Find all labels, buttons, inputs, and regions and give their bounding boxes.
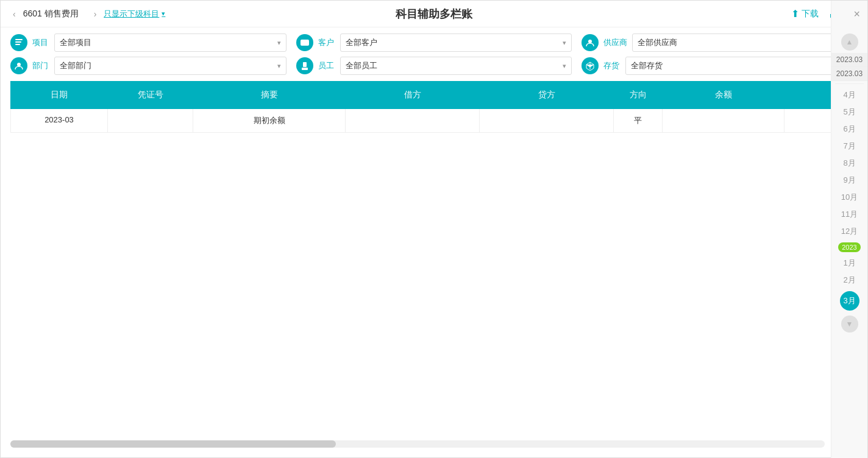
- svg-point-4: [588, 40, 592, 43]
- inventory-select-value: 全部存货: [631, 60, 663, 71]
- svg-rect-6: [303, 62, 307, 67]
- sidebar-month-4[interactable]: 4月: [831, 86, 867, 104]
- col-summary: 摘要: [193, 81, 346, 109]
- close-button[interactable]: ×: [853, 8, 860, 21]
- download-icon: ⬆: [791, 8, 799, 19]
- svg-rect-1: [15, 41, 21, 43]
- project-dropdown-icon: ▾: [277, 39, 281, 47]
- account-code-label: 6601 销售费用: [18, 9, 91, 19]
- project-label: 项目: [32, 37, 49, 48]
- department-icon: [10, 57, 27, 74]
- employee-select[interactable]: 全部员工 ▾: [340, 57, 572, 75]
- horizontal-scrollbar[interactable]: [10, 440, 825, 448]
- customer-select[interactable]: 全部客户 ▾: [340, 33, 572, 52]
- filter-btn-label: 只显示下级科目: [104, 9, 159, 19]
- project-icon: [10, 34, 27, 51]
- sidebar-month-7[interactable]: 7月: [831, 138, 867, 155]
- col-date: 日期: [10, 81, 108, 109]
- supplier-icon: [582, 34, 599, 51]
- cell-date: 2023-03: [10, 109, 108, 132]
- sidebar-month-8[interactable]: 8月: [831, 155, 867, 172]
- filter-customer: 客户 全部客户 ▾: [296, 33, 572, 52]
- department-dropdown-icon: ▾: [277, 62, 281, 70]
- supplier-select[interactable]: 全部供应商 ▾: [632, 33, 858, 52]
- employee-select-value: 全部员工: [346, 60, 377, 71]
- project-select[interactable]: 全部项目 ▾: [54, 33, 286, 52]
- sidebar-month-2[interactable]: 2月: [831, 272, 867, 289]
- sidebar-month-6[interactable]: 6月: [831, 121, 867, 138]
- department-select[interactable]: 全部部门 ▾: [54, 57, 286, 75]
- inventory-select[interactable]: 全部存货 ▾: [625, 57, 858, 75]
- sidebar-up-button[interactable]: ▲: [841, 33, 858, 51]
- table-wrapper: 日期 凭证号 摘要 借方 贷方 方向 余额 2023-03 期初余额 平: [10, 81, 858, 133]
- cell-credit: [480, 109, 614, 132]
- scrollbar-thumb[interactable]: [10, 440, 336, 448]
- table-body: 2023-03 期初余额 平: [10, 109, 858, 133]
- col-debit: 借方: [346, 81, 480, 109]
- filter-inventory: 存货 全部存货 ▾: [582, 57, 858, 75]
- sidebar-month-1[interactable]: 1月: [831, 255, 867, 272]
- table-header: 日期 凭证号 摘要 借方 贷方 方向 余额: [10, 81, 858, 109]
- filter-employee: 员工 全部员工 ▾: [296, 57, 572, 75]
- cell-summary: 期初余额: [193, 109, 346, 132]
- employee-label: 员工: [318, 60, 335, 71]
- year-badge: 2023: [838, 242, 860, 252]
- table-row: 2023-03 期初余额 平: [10, 109, 858, 133]
- department-label: 部门: [32, 60, 49, 71]
- filter-project: 项目 全部项目 ▾: [10, 33, 286, 52]
- col-credit: 贷方: [480, 81, 614, 109]
- sidebar-month-12[interactable]: 12月: [831, 223, 867, 240]
- sidebar-down-button[interactable]: ▼: [841, 315, 858, 333]
- cell-voucher: [108, 109, 193, 132]
- cell-debit: [346, 109, 480, 132]
- col-voucher: 凭证号: [108, 81, 193, 109]
- sidebar-month-3-active[interactable]: 3月: [840, 291, 859, 311]
- svg-point-5: [17, 63, 21, 66]
- sidebar-period-2[interactable]: 2023.03: [831, 67, 867, 81]
- sidebar-month-9[interactable]: 9月: [831, 172, 867, 189]
- svg-rect-0: [15, 39, 23, 40]
- header: ‹ 6601 销售费用 › 只显示下级科目 ▾ 科目辅助多栏账 ⬆ 下载 🖨 打…: [1, 1, 867, 27]
- cell-balance: [663, 109, 784, 132]
- col-balance: 余额: [663, 81, 784, 109]
- inventory-icon: [582, 57, 599, 74]
- supplier-label: 供应商: [603, 37, 627, 48]
- customer-select-value: 全部客户: [346, 37, 377, 48]
- sidebar-month-5[interactable]: 5月: [831, 104, 867, 121]
- svg-rect-7: [302, 68, 308, 70]
- employee-dropdown-icon: ▾: [563, 62, 566, 70]
- nav-prev-button[interactable]: ‹: [10, 9, 18, 19]
- svg-rect-2: [15, 44, 20, 45]
- filter-department: 部门 全部部门 ▾: [10, 57, 286, 75]
- download-button[interactable]: ⬆ 下载: [791, 8, 819, 19]
- department-select-value: 全部部门: [60, 60, 91, 71]
- sidebar-month-10[interactable]: 10月: [831, 189, 867, 206]
- customer-label: 客户: [318, 37, 335, 48]
- employee-icon: [296, 57, 313, 74]
- sidebar-period-1[interactable]: 2023.03: [831, 53, 867, 67]
- main-window: × ‹ 6601 销售费用 › 只显示下级科目 ▾ 科目辅助多栏账 ⬆ 下载 🖨…: [0, 0, 868, 458]
- page-title: 科目辅助多栏账: [396, 7, 472, 21]
- show-sub-accounts-button[interactable]: 只显示下级科目 ▾: [104, 9, 165, 19]
- cell-direction: 平: [614, 109, 663, 132]
- inventory-label: 存货: [603, 60, 621, 71]
- customer-dropdown-icon: ▾: [563, 39, 566, 47]
- right-sidebar: ▲ 2023.03 2023.03 4月 5月 6月 7月 8月 9月 10月 …: [831, 1, 867, 458]
- filter-dropdown-icon: ▾: [162, 10, 165, 18]
- supplier-select-value: 全部供应商: [638, 37, 677, 48]
- download-label: 下载: [802, 9, 819, 19]
- filters-panel: 项目 全部项目 ▾ 客户 全部客户 ▾ 供应商 全部供应商 ▾: [1, 27, 867, 81]
- filter-supplier: 供应商 全部供应商 ▾: [582, 33, 858, 52]
- sidebar-month-11[interactable]: 11月: [831, 206, 867, 223]
- customer-icon: [296, 34, 313, 51]
- project-select-value: 全部项目: [60, 37, 91, 48]
- nav-next-button[interactable]: ›: [91, 9, 99, 19]
- col-direction: 方向: [614, 81, 663, 109]
